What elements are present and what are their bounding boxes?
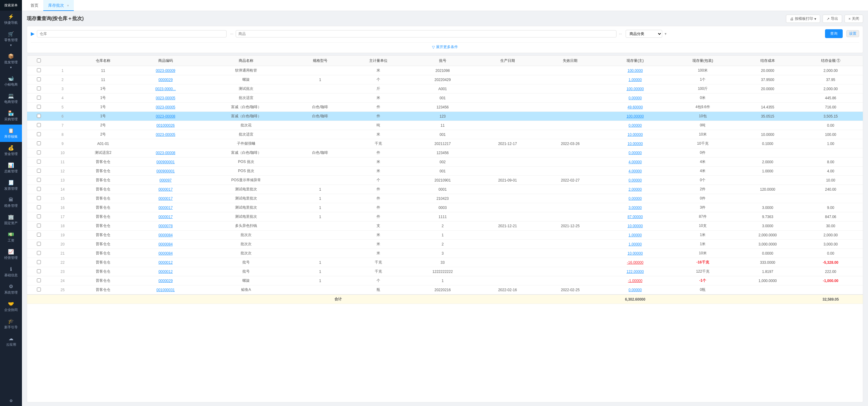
qty-main-link[interactable]: 1.00000 — [629, 78, 642, 82]
sidebar-settings-button[interactable]: ⚙ — [0, 396, 22, 406]
close-button[interactable]: × 关闭 — [844, 14, 863, 23]
sidebar-item-purchase[interactable]: 🏪 采购管理 — [0, 107, 22, 125]
qty-main-link[interactable]: 10.00000 — [627, 133, 643, 137]
product-code-link[interactable]: 000900001 — [156, 160, 175, 164]
product-code-link[interactable]: 0023-00005 — [156, 133, 175, 137]
sidebar-logo[interactable]: 搜索菜单 — [0, 0, 22, 11]
sidebar-item-wholesale[interactable]: 📦 批发管理 ▾ — [0, 50, 22, 72]
row-checkbox[interactable] — [27, 139, 51, 148]
sidebar-item-assets[interactable]: 🏢 固定资产 — [0, 211, 22, 229]
row-checkbox[interactable] — [27, 158, 51, 167]
sidebar-item-tax[interactable]: 🏛 税务管理 — [0, 194, 22, 211]
sidebar-item-basics[interactable]: ℹ 基础信息 — [0, 263, 22, 280]
row-checkbox[interactable] — [27, 103, 51, 112]
qty-main-link[interactable]: 2.00000 — [629, 187, 642, 192]
qty-main-link[interactable]: 0.00000 — [629, 151, 642, 155]
sidebar-item-collab[interactable]: 🤝 企业协同 — [0, 298, 22, 315]
row-checkbox[interactable] — [27, 130, 51, 139]
row-checkbox[interactable] — [27, 176, 51, 185]
row-checkbox[interactable] — [27, 222, 51, 231]
product-code-link[interactable]: 0000029 — [159, 279, 173, 283]
product-code-link[interactable]: 0000012 — [159, 261, 173, 265]
product-code-link[interactable]: 001000026 — [156, 123, 175, 128]
row-checkbox[interactable] — [27, 285, 51, 295]
qty-main-link[interactable]: 1.00000 — [629, 242, 642, 246]
qty-main-link[interactable]: 4.00000 — [629, 169, 642, 173]
sidebar-item-xiaojing[interactable]: 🐋 小鲸电商 — [0, 72, 22, 90]
sidebar-item-management[interactable]: 📈 经营管理 — [0, 246, 22, 263]
product-code-link[interactable]: 0000017 — [159, 187, 173, 192]
row-checkbox[interactable] — [27, 84, 51, 94]
qty-main-link[interactable]: 0.00000 — [629, 288, 642, 292]
sidebar-item-retail[interactable]: 🛒 零售管理 ▾ — [0, 28, 22, 50]
qty-main-link[interactable]: 10.00000 — [627, 251, 643, 256]
row-checkbox[interactable] — [27, 203, 51, 212]
sidebar-item-cloud[interactable]: ☁ 云应用 — [0, 333, 22, 350]
row-checkbox[interactable] — [27, 212, 51, 222]
product-code-link[interactable]: 0000084 — [159, 242, 173, 246]
row-checkbox[interactable] — [27, 258, 51, 267]
qty-main-link[interactable]: 1.00000 — [629, 233, 642, 237]
table-settings-button[interactable]: 设置 — [846, 30, 859, 37]
sidebar-item-ledger[interactable]: 📊 总账管理 — [0, 159, 22, 177]
row-checkbox[interactable] — [27, 167, 51, 176]
tab-close-button[interactable]: × — [67, 4, 69, 7]
qty-main-link[interactable]: 10.00000 — [627, 142, 643, 146]
row-checkbox[interactable] — [27, 231, 51, 240]
product-filter-input[interactable] — [236, 30, 616, 37]
row-checkbox[interactable] — [27, 112, 51, 121]
product-code-link[interactable]: 0000078 — [159, 224, 173, 228]
row-checkbox[interactable] — [27, 148, 51, 158]
sidebar-item-finance[interactable]: 💰 资金管理 — [0, 142, 22, 159]
qty-main-link[interactable]: 122.00000 — [626, 270, 644, 274]
row-checkbox[interactable] — [27, 249, 51, 258]
qty-main-link[interactable]: -16.00000 — [627, 261, 643, 265]
product-code-link[interactable]: 0000017 — [159, 206, 173, 210]
qty-main-link[interactable]: 4.00000 — [629, 160, 642, 164]
row-checkbox[interactable] — [27, 66, 51, 75]
product-code-link[interactable]: 0000029 — [159, 78, 173, 82]
qty-main-link[interactable]: -1.00000 — [628, 279, 642, 283]
qty-main-link[interactable]: 10.00000 — [627, 224, 643, 228]
product-code-link[interactable]: 0023-00008 — [156, 151, 175, 155]
row-checkbox[interactable] — [27, 267, 51, 276]
product-code-link[interactable]: 0023-0000... — [155, 87, 176, 91]
product-code-link[interactable]: 0023-00009 — [156, 69, 175, 73]
sidebar-item-inventory[interactable]: 📋 库存核账 — [0, 125, 22, 142]
sidebar-item-system[interactable]: ⚙ 系统管理 — [0, 280, 22, 298]
sidebar-item-invoice[interactable]: 🧾 发票管理 — [0, 177, 22, 194]
sidebar-item-guide[interactable]: 🎓 新手引导 — [0, 315, 22, 333]
row-checkbox[interactable] — [27, 94, 51, 103]
warehouse-filter-input[interactable] — [37, 30, 226, 37]
search-button[interactable]: 查询 — [825, 29, 843, 38]
row-checkbox[interactable] — [27, 121, 51, 130]
row-checkbox[interactable] — [27, 75, 51, 84]
product-code-link[interactable]: 000900001 — [156, 169, 175, 173]
sidebar-item-shortcuts[interactable]: ⚡ 快捷导航 — [0, 11, 22, 28]
product-code-link[interactable]: 0000017 — [159, 215, 173, 219]
qty-main-link[interactable]: 0.00000 — [629, 123, 642, 128]
export-button[interactable]: ↗ 导出 — [823, 14, 842, 23]
filter-expand-icon[interactable]: ▶ — [31, 31, 34, 37]
qty-main-link[interactable]: 100.00000 — [626, 87, 644, 91]
sidebar-item-ecommerce[interactable]: 💻 电商管理 — [0, 90, 22, 107]
print-button[interactable]: 🖨 按模板打印 ▾ — [786, 14, 820, 23]
product-code-link[interactable]: 0000017 — [159, 197, 173, 201]
product-code-link[interactable]: 000097 — [159, 178, 172, 182]
select-all-checkbox[interactable] — [37, 59, 41, 62]
product-code-link[interactable]: 0000084 — [159, 233, 173, 237]
qty-main-link[interactable]: 0.00000 — [629, 96, 642, 100]
product-code-link[interactable]: 0023-00005 — [156, 96, 175, 100]
expand-conditions-button[interactable]: ▽ 展开更多条件 — [432, 44, 458, 49]
qty-main-link[interactable]: 0.00000 — [629, 197, 642, 201]
qty-main-link[interactable]: 100.00000 — [626, 114, 644, 119]
product-code-link[interactable]: 0023-00008 — [156, 114, 175, 119]
qty-main-link[interactable]: 3.00000 — [629, 206, 642, 210]
product-code-link[interactable]: 0000012 — [159, 270, 173, 274]
row-checkbox[interactable] — [27, 240, 51, 249]
qty-main-link[interactable]: 0.00000 — [629, 178, 642, 182]
product-code-link[interactable]: 0023-00005 — [156, 105, 175, 109]
product-code-link[interactable]: 001000031 — [156, 288, 175, 292]
tab-inventory-batch[interactable]: 库存批次 × — [43, 0, 74, 11]
row-checkbox[interactable] — [27, 185, 51, 194]
